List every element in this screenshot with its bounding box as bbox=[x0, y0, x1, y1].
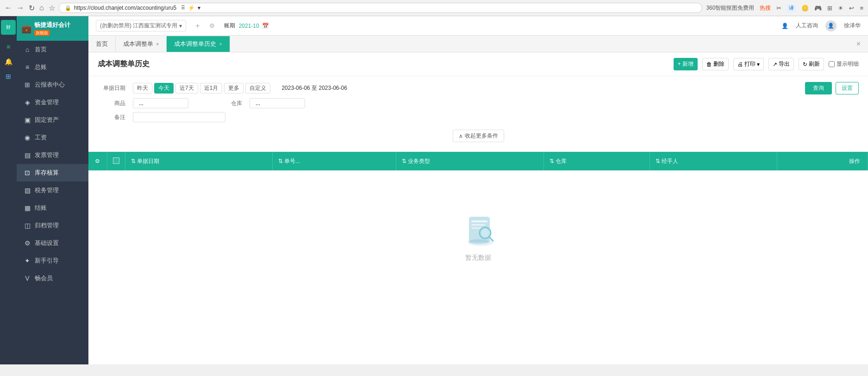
company-selector[interactable]: (勿删勿禁用) 江西服宝测试专用 ▾ bbox=[96, 20, 186, 31]
dropdown-icon[interactable]: ▾ bbox=[198, 5, 200, 11]
goods-more-dots: ... bbox=[139, 100, 144, 107]
shortcut-1month[interactable]: 近1月 bbox=[200, 83, 223, 94]
top-bar: (勿删勿禁用) 江西服宝测试专用 ▾ + ⚙ 账期 2021-10 📅 👤 人工… bbox=[88, 16, 868, 36]
tab-cost-adjust-close[interactable]: × bbox=[156, 41, 159, 47]
calendar-icon[interactable]: 📅 bbox=[262, 23, 269, 29]
th-date[interactable]: ⇅ 单据日期 bbox=[125, 152, 273, 170]
scissors-icon[interactable]: ✂ bbox=[776, 5, 781, 12]
show-cols-toggle-area[interactable]: 显示明细 bbox=[829, 60, 859, 68]
coin-icon[interactable]: 🪙 bbox=[801, 5, 809, 12]
icon-sidebar-item-1[interactable]: ≡ bbox=[2, 40, 15, 53]
sidebar-item-fixed-assets[interactable]: ▣ 固定资产 bbox=[17, 111, 88, 129]
home-nav-icon: ⌂ bbox=[24, 46, 31, 53]
bolt-icon: ⚡ bbox=[188, 5, 195, 11]
sidebar-item-guide[interactable]: ✦ 新手引导 bbox=[17, 252, 88, 269]
th-number[interactable]: ⇅ 单号... bbox=[273, 152, 396, 170]
reload-icon[interactable]: ↻ bbox=[29, 4, 35, 13]
sidebar-item-vip[interactable]: V 畅会员 bbox=[17, 269, 88, 287]
more-icon[interactable]: ≡ bbox=[860, 5, 863, 12]
bookmark-icon[interactable]: ☆ bbox=[49, 4, 55, 13]
sidebar-item-reports[interactable]: ⊞ 云报表中心 bbox=[17, 76, 88, 94]
home-icon[interactable]: ⌂ bbox=[39, 4, 44, 12]
tab-cost-adjust-label: 成本调整单 bbox=[123, 40, 153, 48]
refresh-icon: ↻ bbox=[803, 61, 807, 68]
refresh-button[interactable]: ↻ 刷新 bbox=[799, 58, 824, 70]
tab-close-window[interactable]: × bbox=[856, 40, 861, 48]
shortcut-7days[interactable]: 近7天 bbox=[175, 83, 198, 94]
settings-icon[interactable]: ⚙ bbox=[209, 22, 215, 29]
sidebar-item-payroll[interactable]: ◉ 工资 bbox=[17, 129, 88, 146]
browser-titlebar: ← → ↻ ⌂ ☆ 🔒 https://cloud.chanjet.com/ac… bbox=[0, 0, 868, 16]
period-value: 2021-10 bbox=[239, 23, 259, 29]
reports-nav-icon: ⊞ bbox=[24, 81, 31, 88]
table-header-row: ⚙ ⇅ 单据日期 ⇅ bbox=[88, 152, 868, 170]
shortcut-custom[interactable]: 自定义 bbox=[245, 83, 270, 94]
shortcut-today[interactable]: 今天 bbox=[154, 83, 174, 94]
print-icon: 🖨 bbox=[737, 61, 743, 68]
sidebar-item-settings[interactable]: ⚙ 基础设置 bbox=[17, 234, 88, 252]
sidebar-item-archive[interactable]: ◫ 归档管理 bbox=[17, 217, 88, 234]
logo-text: 畅捷通好会计 bbox=[34, 21, 70, 29]
sidebar-item-invoice[interactable]: ▤ 发票管理 bbox=[17, 146, 88, 164]
address-bar[interactable]: 🔒 https://cloud.chanjet.com/accounting/u… bbox=[59, 3, 703, 13]
delete-button[interactable]: 🗑 删除 bbox=[702, 58, 729, 70]
warehouse-selector[interactable]: ... bbox=[250, 98, 305, 108]
add-company-icon[interactable]: + bbox=[195, 22, 200, 30]
tab-home[interactable]: 首页 bbox=[88, 36, 116, 52]
browser-menu-icon[interactable]: ⠿ bbox=[181, 5, 185, 11]
export-button[interactable]: ↗ 导出 bbox=[768, 58, 794, 70]
close-accounts-nav-icon: ▦ bbox=[24, 204, 31, 212]
new-button[interactable]: + 新增 bbox=[674, 58, 698, 70]
sidebar-item-funds[interactable]: ◈ 资金管理 bbox=[17, 94, 88, 111]
svg-rect-2 bbox=[471, 220, 487, 222]
forward-icon[interactable]: → bbox=[17, 4, 24, 12]
tab-cost-adjust-history[interactable]: 成本调整单历史 × bbox=[167, 36, 230, 52]
sidebar-item-ledger[interactable]: ≡ 总账 bbox=[17, 58, 88, 76]
shortcut-more[interactable]: 更多 bbox=[224, 83, 244, 94]
icon-sidebar-item-3[interactable]: ⊞ bbox=[2, 70, 15, 83]
tab-cost-adjust-history-close[interactable]: × bbox=[219, 41, 222, 47]
goods-selector[interactable]: ... bbox=[133, 98, 188, 108]
icon-sidebar-logo[interactable]: 财 bbox=[1, 20, 16, 35]
user-service-label[interactable]: 人工咨询 bbox=[796, 22, 818, 30]
collapse-filters-button[interactable]: ∧ 收起更多条件 bbox=[453, 130, 504, 142]
game-icon[interactable]: 🎮 bbox=[814, 5, 822, 12]
back-icon[interactable]: ← bbox=[5, 4, 12, 12]
collapse-label: 收起更多条件 bbox=[465, 132, 498, 140]
url-text: https://cloud.chanjet.com/accounting/uru… bbox=[74, 5, 176, 11]
th-warehouse[interactable]: ⇅ 仓库 bbox=[543, 152, 650, 170]
sidebar-item-close[interactable]: ▦ 结账 bbox=[17, 199, 88, 217]
shortcut-yesterday[interactable]: 昨天 bbox=[133, 83, 152, 94]
sun-icon[interactable]: ☀ bbox=[838, 5, 843, 12]
th-biz-type[interactable]: ⇅ 业务类型 bbox=[396, 152, 544, 170]
period-selector[interactable]: 账期 2021-10 📅 bbox=[224, 22, 269, 30]
th-number-sort: ⇅ bbox=[278, 158, 283, 164]
grid-icon[interactable]: ⊞ bbox=[827, 5, 832, 12]
app-container: 财 ≡ 🔔 ⊞ 💼 畅捷通好会计 旗舰版 ⌂ 首页 ≡ 总账 ⊞ bbox=[0, 16, 868, 364]
page-actions: + 新增 🗑 删除 🖨 打印 ▾ ↗ 导出 ↻ bbox=[674, 58, 859, 70]
print-button[interactable]: 🖨 打印 ▾ bbox=[733, 58, 764, 70]
tab-cost-adjust[interactable]: 成本调整单 × bbox=[116, 36, 167, 52]
show-cols-checkbox[interactable] bbox=[829, 61, 835, 67]
translate-icon[interactable]: 译 bbox=[787, 4, 796, 12]
payroll-nav-icon: ◉ bbox=[24, 134, 31, 141]
setting-button[interactable]: 设置 bbox=[836, 82, 859, 94]
th-gear[interactable]: ⚙ bbox=[88, 152, 107, 170]
th-warehouse-label: 仓库 bbox=[556, 157, 567, 165]
th-checkbox[interactable] bbox=[107, 152, 125, 170]
undo-icon[interactable]: ↩ bbox=[849, 5, 854, 12]
select-all-checkbox[interactable] bbox=[113, 157, 119, 164]
gear-icon[interactable]: ⚙ bbox=[95, 158, 100, 164]
sidebar-item-tax[interactable]: ▧ 税务管理 bbox=[17, 182, 88, 199]
sidebar-item-inventory[interactable]: ⊡ 库存核算 bbox=[17, 164, 88, 182]
page-content: 成本调整单历史 + 新增 🗑 删除 🖨 打印 ▾ ↗ 导出 bbox=[88, 52, 868, 364]
sidebar-item-vip-label: 畅会员 bbox=[35, 274, 53, 282]
sidebar-item-home[interactable]: ⌂ 首页 bbox=[17, 41, 88, 58]
icon-sidebar-item-2[interactable]: 🔔 bbox=[2, 55, 15, 68]
date-from: 2023-06-06 bbox=[281, 85, 310, 91]
data-table: ⚙ ⇅ 单据日期 ⇅ bbox=[88, 152, 868, 299]
th-handler[interactable]: ⇅ 经手人 bbox=[650, 152, 777, 170]
remark-input[interactable] bbox=[133, 112, 225, 122]
query-button[interactable]: 查询 bbox=[805, 82, 832, 94]
page-header: 成本调整单历史 + 新增 🗑 删除 🖨 打印 ▾ ↗ 导出 bbox=[88, 52, 868, 76]
